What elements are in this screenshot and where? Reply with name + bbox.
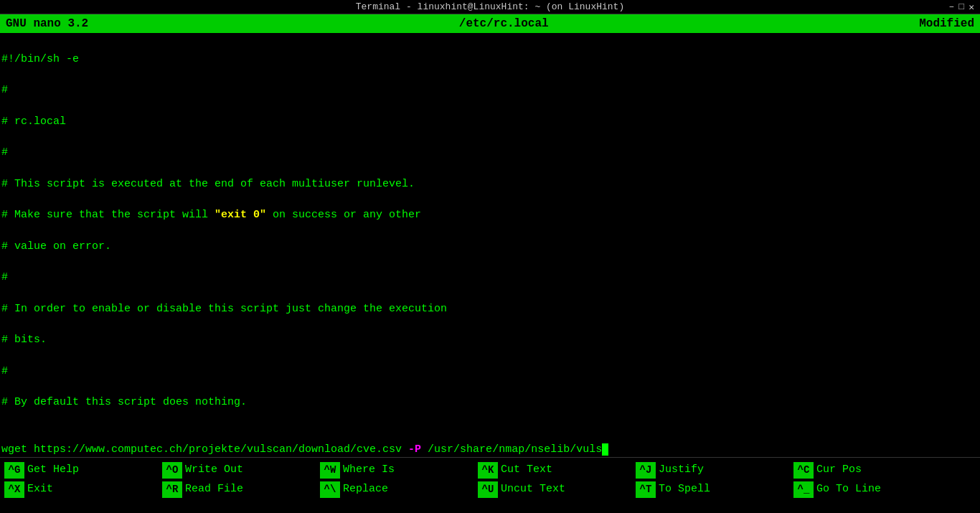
editor-line: # [1, 83, 979, 98]
shortcut-label-cut-text: Cut Text [501, 462, 552, 479]
shortcut-label-write-out: Write Out [185, 462, 243, 479]
shortcut-row-1: ^G Get Help ^O Write Out ^W Where Is ^K … [0, 461, 980, 480]
shortcut-label-replace: Replace [343, 481, 388, 498]
editor-line: # bits. [1, 332, 979, 348]
shortcut-key-g: ^G [4, 462, 24, 479]
shortcut-key-t: ^T [636, 481, 656, 498]
shortcut-justify: ^J Justify [631, 461, 789, 480]
shortcut-key-r: ^R [162, 481, 182, 498]
editor-line: # value on error. [1, 239, 979, 255]
shortcut-read-file: ^R Read File [158, 480, 316, 499]
shortcut-key-u: ^U [478, 481, 498, 498]
shortcut-key-k: ^K [478, 462, 498, 479]
close-icon[interactable]: ✕ [969, 1, 974, 13]
editor-line: # This script is executed at the end of … [1, 177, 979, 192]
shortcut-key-j: ^J [636, 462, 656, 479]
editor-line: # [1, 270, 979, 286]
shortcut-uncut-text: ^U Uncut Text [473, 480, 631, 499]
editor-line: # In order to enable or disable this scr… [1, 301, 979, 317]
minimize-icon[interactable]: – [949, 1, 955, 13]
shortcut-cut-text: ^K Cut Text [473, 461, 631, 480]
titlebar: Terminal - linuxhint@LinuxHint: ~ (on Li… [0, 0, 980, 14]
window-controls[interactable]: – □ ✕ [949, 1, 974, 13]
shortcut-label-cur-pos: Cur Pos [816, 462, 862, 479]
shortcut-bar: ^G Get Help ^O Write Out ^W Where Is ^K … [0, 457, 980, 501]
editor-line: #!/bin/sh -e [1, 52, 979, 67]
shortcut-cur-pos: ^C Cur Pos [789, 461, 947, 480]
nano-header: GNU nano 3.2 /etc/rc.local Modified [0, 14, 980, 33]
editor-line: # [1, 145, 979, 161]
shortcut-get-help: ^G Get Help [0, 461, 158, 480]
shortcut-key-underscore: ^_ [793, 481, 814, 498]
shortcut-label-where-is: Where Is [343, 462, 395, 479]
editor-line: # By default this script does nothing. [1, 395, 979, 410]
editor-line: # Make sure that the script will "exit 0… [1, 207, 979, 223]
shortcut-key-backslash: ^\ [320, 481, 340, 498]
editor-line: # rc.local [1, 114, 979, 130]
shortcut-label-justify: Justify [659, 462, 704, 479]
nano-title: GNU nano 3.2 [6, 17, 88, 30]
shortcut-label-exit: Exit [27, 481, 53, 498]
shortcut-go-to-line: ^_ Go To Line [789, 480, 947, 499]
shortcut-label-go-to-line: Go To Line [816, 481, 881, 498]
maximize-icon[interactable]: □ [958, 1, 964, 13]
titlebar-text: Terminal - linuxhint@LinuxHint: ~ (on Li… [356, 1, 624, 12]
shortcut-replace: ^\ Replace [316, 480, 473, 499]
shortcut-label-uncut-text: Uncut Text [501, 481, 565, 498]
shortcut-exit: ^X Exit [0, 480, 158, 499]
nano-modified: Modified [919, 17, 974, 30]
shortcut-where-is: ^W Where Is [316, 461, 473, 480]
editor-line: wget https://www.computec.ch/projekte/vu… [1, 442, 979, 458]
shortcut-key-x: ^X [4, 481, 24, 498]
shortcut-label-get-help: Get Help [27, 462, 79, 479]
shortcut-key-c: ^C [793, 462, 814, 479]
nano-filename: /etc/rc.local [459, 17, 549, 30]
shortcut-key-w: ^W [320, 462, 340, 479]
shortcut-label-to-spell: To Spell [659, 481, 710, 498]
shortcut-row-2: ^X Exit ^R Read File ^\ Replace ^U Uncut… [0, 480, 980, 499]
editor-line: # [1, 364, 979, 380]
shortcut-key-o: ^O [162, 462, 182, 479]
shortcut-write-out: ^O Write Out [158, 461, 316, 480]
shortcut-label-read-file: Read File [185, 481, 243, 498]
shortcut-to-spell: ^T To Spell [631, 480, 789, 499]
editor-area[interactable]: #!/bin/sh -e # # rc.local # # This scrip… [0, 33, 980, 457]
